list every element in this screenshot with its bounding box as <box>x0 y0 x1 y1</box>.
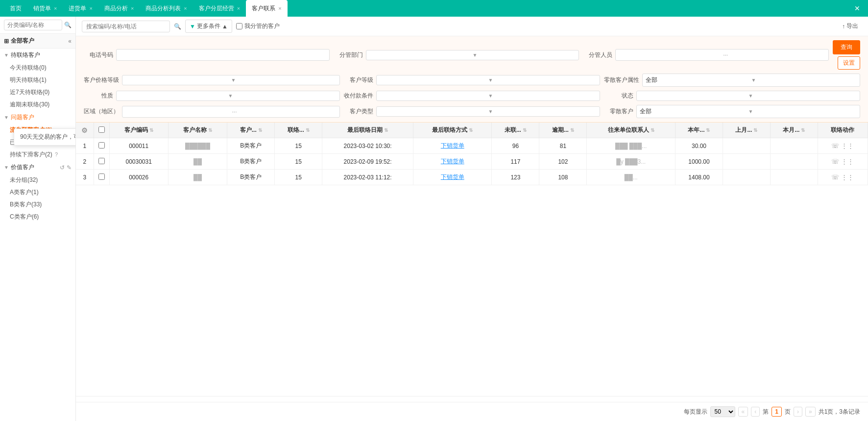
sidebar-item-overdue[interactable]: 逾期未联络(30) <box>0 99 75 111</box>
first-page-btn[interactable]: « <box>738 407 748 417</box>
dept-select[interactable]: ▼ <box>366 50 579 60</box>
tab-purchase-close[interactable]: × <box>89 5 92 11</box>
cell-contacts: ███ ███... <box>587 138 675 154</box>
cell-contact-count: 15 <box>275 170 322 185</box>
sidebar-group-problem[interactable]: ▼ 问题客户 <box>0 111 75 124</box>
filter-search-input[interactable] <box>82 21 170 32</box>
tab-customer-contact-close[interactable]: × <box>278 5 281 11</box>
next-page-btn[interactable]: › <box>794 407 802 417</box>
th-last-month[interactable]: 上月... ⇅ <box>723 123 770 138</box>
th-no-contact[interactable]: 未联... ⇅ <box>492 123 539 138</box>
table-row: 1 000011 ██████ B类客户 15 2023-03-02 10:30… <box>76 138 868 154</box>
sidebar-all-customers[interactable]: ⊞ 全部客户 « <box>0 34 75 49</box>
action-phone-icon[interactable]: ☏ <box>831 173 839 181</box>
window-close-button[interactable]: ✕ <box>850 4 864 12</box>
tab-customer-tier-close[interactable]: × <box>237 5 240 11</box>
cell-last-method[interactable]: 下销货单 <box>413 138 492 154</box>
export-button[interactable]: ↑ 导出 <box>838 20 862 32</box>
tab-customer-contact[interactable]: 客户联系 × <box>246 0 287 17</box>
settings-button[interactable]: 设置 <box>838 56 860 70</box>
horizontal-scrollbar[interactable] <box>76 396 868 402</box>
th-contact-count[interactable]: 联络... ⇅ <box>275 123 322 138</box>
action-phone-icon[interactable]: ☏ <box>831 142 839 149</box>
action-more-icon[interactable]: ⋮⋮ <box>841 173 854 181</box>
th-code[interactable]: 客户编码 ⇅ <box>109 123 168 138</box>
sidebar-item-declining[interactable]: 持续下滑客户(2) ? <box>0 149 75 161</box>
sidebar-item-ungroup[interactable]: 未分组(32) <box>0 174 75 186</box>
filter-field-manager: 分管人员 ··· <box>583 49 829 61</box>
nature-select[interactable]: ▼ <box>116 91 340 101</box>
cell-last-method[interactable]: 下销货单 <box>413 170 492 185</box>
tab-sales[interactable]: 销货单 × <box>27 0 63 17</box>
manager-select[interactable]: ··· <box>615 49 829 61</box>
tab-home[interactable]: 首页 <box>4 0 27 17</box>
tab-analysis[interactable]: 商品分析 × <box>98 0 140 17</box>
prev-page-btn[interactable]: ‹ <box>751 407 760 417</box>
payment-select[interactable]: ▼ <box>376 91 600 101</box>
th-last-method[interactable]: 最后联络方式 ⇅ <box>413 123 492 138</box>
refresh-icon[interactable]: ↺ <box>60 164 65 171</box>
customer-table: ⚙ 客户编码 ⇅ 客户名称 <box>76 123 868 185</box>
area-dots[interactable]: ··· <box>232 108 337 115</box>
row-checkbox[interactable] <box>98 173 105 180</box>
tab-purchase[interactable]: 进货单 × <box>63 0 98 17</box>
last-page-btn[interactable]: » <box>805 407 816 417</box>
manager-dots[interactable]: ··· <box>723 51 825 58</box>
query-button[interactable]: 查询 <box>833 40 860 54</box>
status-select[interactable]: ▼ <box>636 91 860 101</box>
tab-sales-close[interactable]: × <box>54 5 57 11</box>
retail-customer-select[interactable]: 全部 ▼ <box>636 105 860 118</box>
sidebar-item-c-class[interactable]: C类客户(6) <box>0 211 75 223</box>
tab-analysis-list-close[interactable]: × <box>184 5 187 11</box>
area-select[interactable]: ··· <box>122 106 340 118</box>
sidebar-search-input[interactable] <box>4 20 62 30</box>
column-settings-icon[interactable]: ⚙ <box>81 126 88 134</box>
my-customers-checkbox[interactable] <box>236 23 242 29</box>
tab-customer-tier[interactable]: 客户分层经营 × <box>193 0 246 17</box>
th-contacts[interactable]: 往来单位联系人 ⇅ <box>587 123 675 138</box>
table-row: 2 00030031 ██ B类客户 15 2023-02-09 19:52: … <box>76 154 868 170</box>
customer-type-select[interactable]: ▼ <box>376 106 600 117</box>
row-checkbox[interactable] <box>98 142 105 149</box>
tab-analysis-list[interactable]: 商品分析列表 × <box>140 0 193 17</box>
cell-no-contact: 117 <box>492 154 539 170</box>
th-overdue[interactable]: 逾期... ⇅ <box>539 123 587 138</box>
th-type[interactable]: 客户... ⇅ <box>227 123 275 138</box>
th-name[interactable]: 客户名称 ⇅ <box>168 123 227 138</box>
row-checkbox[interactable] <box>98 158 105 164</box>
cell-checkbox[interactable] <box>94 154 109 170</box>
th-last-date[interactable]: 最后联络日期 ⇅ <box>322 123 413 138</box>
sort-contact-count-icon: ⇅ <box>306 127 310 133</box>
retail-attr-select[interactable]: 全部 ▼ <box>642 74 860 87</box>
filter-search-icon[interactable]: 🔍 <box>174 23 181 30</box>
phone-input[interactable] <box>116 49 330 61</box>
edit-icon[interactable]: ✎ <box>67 164 72 171</box>
page-size-select[interactable]: 50 100 200 <box>710 406 735 417</box>
th-this-year[interactable]: 本年... ⇅ <box>675 123 723 138</box>
th-this-month[interactable]: 本月... ⇅ <box>770 123 818 138</box>
sidebar-item-a-class[interactable]: A类客户(1) <box>0 186 75 198</box>
sidebar-item-tomorrow[interactable]: 明天待联络(1) <box>0 74 75 86</box>
action-more-icon[interactable]: ⋮⋮ <box>841 158 854 165</box>
sidebar-item-today[interactable]: 今天待联络(0) <box>0 62 75 74</box>
action-more-icon[interactable]: ⋮⋮ <box>841 142 854 149</box>
cell-checkbox[interactable] <box>94 138 109 154</box>
cell-last-method[interactable]: 下销货单 <box>413 154 492 170</box>
cell-checkbox[interactable] <box>94 170 109 185</box>
sidebar-item-week[interactable]: 近7天待联络(0) <box>0 86 75 99</box>
sidebar-group-pending[interactable]: ▼ 待联络客户 <box>0 49 75 62</box>
sidebar-group-value[interactable]: ▼ 价值客户 ↺ ✎ <box>0 161 75 174</box>
sidebar-item-b-class[interactable]: B类客户(33) <box>0 198 75 211</box>
action-phone-icon[interactable]: ☏ <box>831 158 839 165</box>
filter-field-nature: 性质 ▼ <box>84 91 340 101</box>
tab-analysis-close[interactable]: × <box>131 5 134 11</box>
sidebar-item-tomorrow-label: 明天待联络(1) <box>10 76 47 83</box>
price-level-select[interactable]: ▼ <box>122 75 340 85</box>
my-customers-checkbox-label[interactable]: 我分管的客户 <box>236 22 280 30</box>
more-conditions-btn[interactable]: ▼ 更多条件 ▲ <box>185 20 232 33</box>
sidebar-collapse-icon[interactable]: « <box>68 38 72 45</box>
cell-contacts: ██... <box>587 170 675 185</box>
customer-level-select[interactable]: ▼ <box>376 75 600 85</box>
select-all-checkbox[interactable] <box>98 126 105 133</box>
sidebar-search-icon[interactable]: 🔍 <box>64 22 72 28</box>
